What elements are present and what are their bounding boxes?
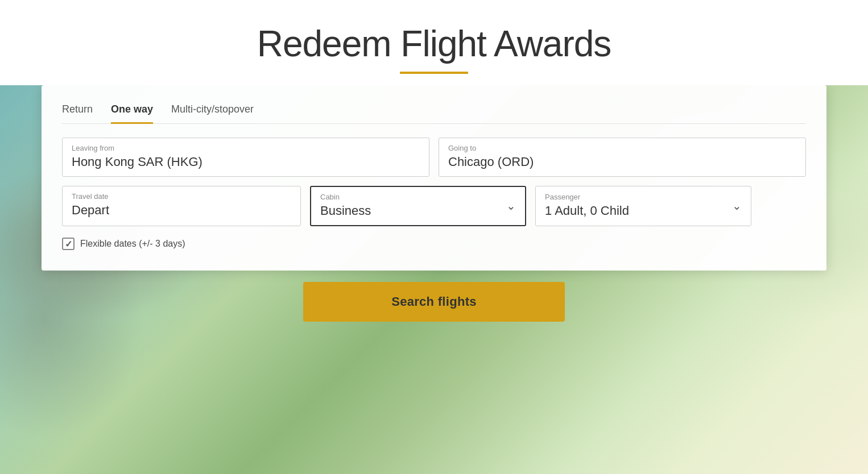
tab-multi-city[interactable]: Multi-city/stopover (171, 103, 254, 124)
going-to-value: Chicago (ORD) (448, 155, 796, 169)
flexible-dates-label: Flexible dates (+/- 3 days) (80, 239, 185, 249)
cabin-value: Business (320, 203, 502, 218)
cabin-inner: Cabin Business (320, 193, 502, 218)
flexible-dates-checkbox[interactable]: ✓ (62, 238, 75, 250)
leaving-from-label: Leaving from (72, 144, 420, 152)
going-to-label: Going to (448, 144, 796, 152)
passenger-chevron-icon: ⌄ (732, 199, 742, 213)
checkbox-checkmark-icon: ✓ (65, 239, 72, 250)
travel-date-value: Depart (72, 203, 291, 218)
background-section: Return One way Multi-city/stopover Leavi… (0, 85, 868, 474)
travel-date-field[interactable]: Travel date Depart (62, 186, 301, 226)
page-wrapper: Redeem Flight Awards Return One way Mult… (0, 0, 868, 474)
going-to-field[interactable]: Going to Chicago (ORD) (439, 138, 806, 177)
form-card: Return One way Multi-city/stopover Leavi… (42, 85, 826, 271)
passenger-label: Passenger (545, 193, 728, 201)
travel-date-label: Travel date (72, 192, 291, 201)
cabin-label: Cabin (320, 193, 502, 201)
tabs-row: Return One way Multi-city/stopover (62, 103, 806, 124)
leaving-from-value: Hong Kong SAR (HKG) (72, 155, 420, 169)
passenger-inner: Passenger 1 Adult, 0 Child (545, 193, 728, 218)
form-container: Return One way Multi-city/stopover Leavi… (42, 85, 826, 271)
flexible-dates-row: ✓ Flexible dates (+/- 3 days) (62, 238, 806, 250)
fields-row-1: Leaving from Hong Kong SAR (HKG) Going t… (62, 138, 806, 177)
passenger-field[interactable]: Passenger 1 Adult, 0 Child ⌄ (535, 186, 751, 226)
title-underline (400, 72, 468, 74)
fields-row-2: Travel date Depart Cabin Business ⌄ Pass… (62, 186, 806, 226)
cabin-chevron-icon: ⌄ (506, 199, 516, 213)
tab-return[interactable]: Return (62, 103, 93, 124)
passenger-value: 1 Adult, 0 Child (545, 203, 728, 218)
cabin-field[interactable]: Cabin Business ⌄ (310, 186, 526, 226)
header-section: Redeem Flight Awards (0, 0, 868, 85)
leaving-from-field[interactable]: Leaving from Hong Kong SAR (HKG) (62, 138, 429, 177)
page-title: Redeem Flight Awards (0, 23, 868, 65)
tab-one-way[interactable]: One way (111, 103, 153, 124)
